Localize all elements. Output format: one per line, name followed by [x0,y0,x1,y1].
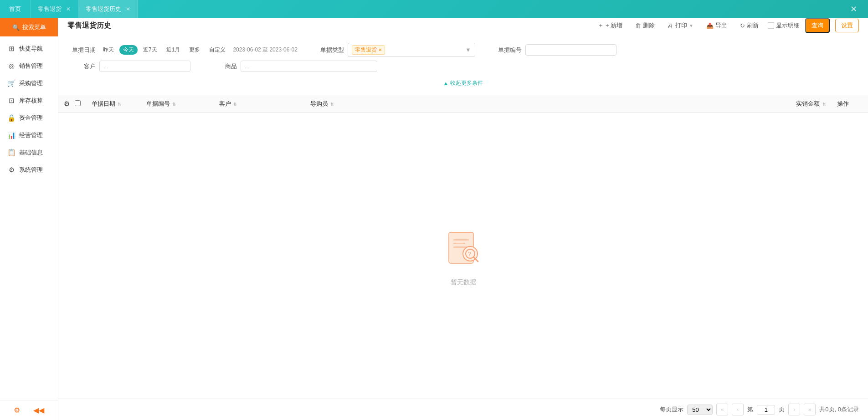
finance-icon: 🔒 [7,114,15,122]
inventory-icon: ⊡ [7,97,15,105]
date-1month-btn[interactable]: 近1月 [163,45,184,55]
amount-sort-icon: ⇅ [822,102,826,107]
col-amount[interactable]: 实销金额 ⇅ [777,95,832,113]
guide-sort-icon: ⇅ [330,102,334,107]
export-icon: 📤 [706,22,714,29]
sidebar-item-finance-label: 资金管理 [19,114,43,122]
sidebar-item-system[interactable]: ⚙ 系统管理 [0,161,58,179]
print-icon: 🖨 [668,22,673,29]
customer-filter-input[interactable]: ... [99,61,190,72]
filter-row-1: 单据日期 昨天 今天 近7天 近1月 更多 自定义 2023-06-02 至 2… [67,43,859,57]
sidebar-item-finance[interactable]: 🔒 资金管理 [0,109,58,127]
col-action-label: 操作 [837,100,849,107]
col-guide[interactable]: 导购员 ⇅ [305,95,378,113]
type-tag: 零售退货 ✕ [352,45,385,55]
display-detail-checkbox[interactable]: 显示明细 [768,21,800,30]
sidebar-collapse-button[interactable]: ◀◀ [33,406,44,415]
operations-icon: 📊 [7,131,15,139]
page-total-label: 共0页, 0条记录 [819,405,859,414]
per-page-select[interactable]: 20 50 100 [687,405,713,415]
query-button[interactable]: 查询 [805,18,830,33]
type-tag-close[interactable]: ✕ [378,47,382,52]
window-close-button[interactable]: ✕ [847,2,861,16]
date-yesterday-btn[interactable]: 昨天 [99,45,118,55]
table-header: ⚙ 单据日期 ⇅ 单据编号 ⇅ [58,95,868,113]
print-button[interactable]: 🖨 打印 ▼ [664,20,697,31]
filter-row-2: 客户 ... 商品 ... [67,61,859,72]
top-bar-right: ✕ [847,2,868,16]
type-tag-label: 零售退货 [355,46,377,54]
date-today-btn[interactable]: 今天 [119,45,138,55]
collapse-label: 收起更多条件 [450,79,483,87]
sidebar-settings-button[interactable]: ⚙ [14,406,20,415]
tab-return-label: 零售退货 [38,5,62,13]
col-customer[interactable]: 客户 ⇅ [214,95,305,113]
goods-filter-input[interactable]: ... [241,61,377,72]
new-button[interactable]: ＋ + 新增 [594,20,626,31]
no-filter-label: 单据编号 [493,46,525,54]
svg-rect-3 [453,246,467,248]
settings-button[interactable]: 设置 [835,19,859,32]
refresh-label: 刷新 [747,21,759,30]
type-select-arrow-icon: ▼ [465,46,471,53]
sidebar-footer: ⚙ ◀◀ [0,400,58,420]
export-button[interactable]: 📤 导出 [703,20,731,31]
last-page-button[interactable]: » [804,404,816,415]
sidebar-item-quick-nav[interactable]: ⊞ 快捷导航 [0,40,58,57]
type-filter-label: 单据类型 [316,46,348,54]
refresh-button[interactable]: ↻ 刷新 [736,20,762,31]
delete-icon: 🗑 [635,22,641,29]
purchase-icon: 🛒 [7,79,15,87]
col-guide-label: 导购员 [310,100,328,107]
sidebar-menu: ⊞ 快捷导航 ◎ 销售管理 🛒 采购管理 ⊡ 库存核算 🔒 资金管理 📊 经营 [0,36,58,400]
sidebar-item-purchase[interactable]: 🛒 采购管理 [0,75,58,92]
tab-return-history[interactable]: 零售退货历史 ✕ [78,0,138,18]
print-arrow-icon: ▼ [689,23,693,28]
svg-text:?: ? [468,251,471,257]
col-action: 操作 [832,95,868,113]
select-all-checkbox[interactable] [75,100,81,106]
sidebar: 🔍 搜索菜单 ⊞ 快捷导航 ◎ 销售管理 🛒 采购管理 ⊡ 库存核算 🔒 资 [0,18,58,420]
sidebar-item-quick-nav-label: 快捷导航 [19,45,43,53]
page-number-input[interactable] [757,405,775,415]
sidebar-item-basic-info-label: 基础信息 [19,149,43,157]
no-filter-input[interactable] [525,44,616,56]
basic-info-icon: 📋 [7,149,15,157]
delete-button[interactable]: 🗑 删除 [632,20,658,31]
sidebar-item-basic-info[interactable]: 📋 基础信息 [0,144,58,161]
tab-home-label: 首页 [9,5,21,13]
main-layout: 🔍 搜索菜单 ⊞ 快捷导航 ◎ 销售管理 🛒 采购管理 ⊡ 库存核算 🔒 资 [0,18,868,420]
empty-illustration: ? [441,225,486,271]
display-detail-label: 显示明细 [776,21,800,30]
sidebar-item-inventory[interactable]: ⊡ 库存核算 [0,92,58,109]
col-settings[interactable]: ⚙ [58,95,86,113]
svg-rect-1 [453,239,469,241]
tab-return[interactable]: 零售退货 ✕ [31,0,78,18]
tab-return-history-close[interactable]: ✕ [126,6,130,12]
first-page-button[interactable]: « [716,404,728,415]
type-filter-select[interactable]: 零售退货 ✕ ▼ [348,43,475,57]
date-range-display: 2023-06-02 至 2023-06-02 [233,46,297,54]
date-custom-btn[interactable]: 自定义 [205,45,229,55]
col-no[interactable]: 单据编号 ⇅ [141,95,214,113]
settings-icon[interactable]: ⚙ [64,100,70,108]
date-7days-btn[interactable]: 近7天 [139,45,161,55]
col-date[interactable]: 单据日期 ⇅ [86,95,141,113]
table-container: ⚙ 单据日期 ⇅ 单据编号 ⇅ [58,95,868,420]
pagination-bar: 每页显示 20 50 100 « ‹ 第 页 › » 共0页, 0条记录 [58,399,868,420]
no-sort-icon: ⇅ [172,102,176,107]
next-page-button[interactable]: › [788,404,800,415]
tab-home[interactable]: 首页 [0,0,31,18]
empty-state: ? 暂无数据 [58,113,868,399]
empty-text: 暂无数据 [451,278,476,287]
customer-ellipsis: ... [103,63,108,70]
tab-return-close[interactable]: ✕ [66,6,71,12]
sidebar-search-button[interactable]: 🔍 搜索菜单 [0,18,58,36]
print-label: 打印 [675,21,687,30]
sidebar-item-sales[interactable]: ◎ 销售管理 [0,57,58,75]
page-title-row: 零售退货历史 ＋ + 新增 🗑 删除 🖨 打印 ▼ [67,18,859,33]
collapse-filter-button[interactable]: ▲ 收起更多条件 [443,77,483,89]
sidebar-item-operations[interactable]: 📊 经营管理 [0,127,58,144]
date-more-btn[interactable]: 更多 [185,45,204,55]
prev-page-button[interactable]: ‹ [732,404,744,415]
